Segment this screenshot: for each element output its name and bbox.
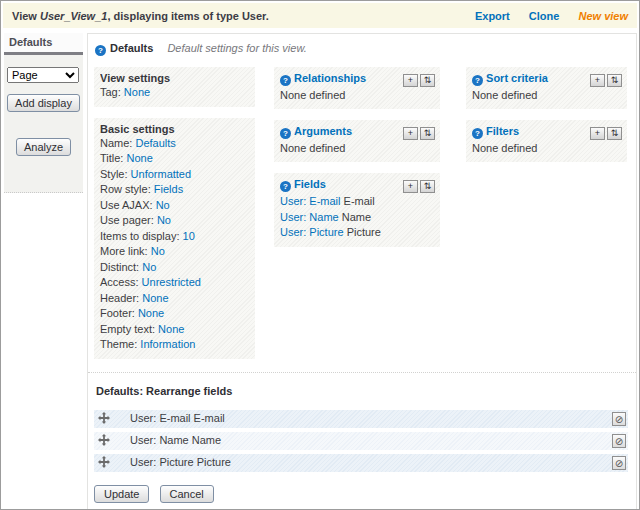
display-heading: Defaults bbox=[110, 42, 153, 54]
add-icon[interactable]: + bbox=[590, 74, 605, 87]
setting-value-link[interactable]: Fields bbox=[154, 183, 183, 195]
view-title: View User_View_1, displaying items of ty… bbox=[12, 10, 269, 22]
rearrange-row: ⊘ User: E-mail E-mail bbox=[94, 410, 628, 428]
filters-empty: None defined bbox=[472, 141, 622, 156]
rearrange-row-label: User: Picture Picture bbox=[130, 456, 231, 468]
tag-label: Tag: bbox=[100, 86, 121, 98]
field-link[interactable]: User: Picture bbox=[280, 226, 344, 238]
basic-settings-box: Basic settings Name: Defaults Title: Non… bbox=[94, 118, 255, 359]
sort-criteria-empty: None defined bbox=[472, 88, 622, 103]
fields-title-link[interactable]: Fields bbox=[294, 178, 326, 190]
sort-criteria-title-link[interactable]: Sort criteria bbox=[486, 72, 548, 84]
update-button[interactable]: Update bbox=[94, 485, 149, 503]
analyze-button[interactable]: Analyze bbox=[16, 138, 71, 156]
setting-row: Footer: None bbox=[100, 306, 250, 322]
setting-value-link[interactable]: None bbox=[127, 152, 153, 164]
view-title-prefix: View bbox=[12, 10, 40, 22]
setting-value-link[interactable]: None bbox=[138, 307, 164, 319]
display-tabs-sidebar: Defaults Page Add display Analyze bbox=[4, 33, 83, 193]
drag-icon[interactable] bbox=[98, 434, 110, 446]
add-display-button[interactable]: Add display bbox=[7, 94, 80, 112]
filters-ops: +⇅ bbox=[588, 126, 622, 140]
relationships-header: +⇅ ? Relationships bbox=[280, 72, 435, 87]
setting-value-link[interactable]: Information bbox=[140, 338, 195, 350]
rearrange-icon[interactable]: ⇅ bbox=[420, 180, 435, 193]
drag-icon[interactable] bbox=[98, 412, 110, 424]
add-icon[interactable]: + bbox=[403, 74, 418, 87]
help-icon[interactable]: ? bbox=[280, 75, 291, 86]
setting-label: Distinct: bbox=[100, 261, 139, 273]
fields-header: +⇅ ? Fields bbox=[280, 178, 435, 193]
section-divider bbox=[88, 372, 636, 373]
rearrange-icon[interactable]: ⇅ bbox=[607, 127, 622, 140]
relationships-ops: +⇅ bbox=[401, 73, 435, 87]
help-icon[interactable]: ? bbox=[280, 128, 291, 139]
add-icon[interactable]: + bbox=[403, 127, 418, 140]
display-controls: Page Add display Analyze bbox=[4, 55, 83, 193]
setting-value-link[interactable]: No bbox=[157, 214, 171, 226]
settings-column-3: +⇅ ? Sort criteria None defined +⇅ ? Fil… bbox=[466, 67, 627, 173]
remove-icon[interactable]: ⊘ bbox=[612, 456, 626, 470]
setting-row: Header: None bbox=[100, 291, 250, 307]
view-settings-box: View settings Tag: None bbox=[94, 67, 255, 107]
help-icon[interactable]: ? bbox=[472, 128, 483, 139]
help-icon[interactable]: ? bbox=[280, 181, 291, 192]
setting-value-link[interactable]: Unrestricted bbox=[142, 276, 201, 288]
setting-row: Use AJAX: No bbox=[100, 198, 250, 214]
rearrange-icon[interactable]: ⇅ bbox=[420, 127, 435, 140]
setting-value-link[interactable]: No bbox=[142, 261, 156, 273]
add-icon[interactable]: + bbox=[403, 180, 418, 193]
tag-setting-row: Tag: None bbox=[100, 85, 250, 101]
setting-value-link[interactable]: Unformatted bbox=[131, 168, 192, 180]
view-settings-header: View settings bbox=[100, 72, 250, 84]
setting-value-link[interactable]: No bbox=[151, 245, 165, 257]
sort-criteria-box: +⇅ ? Sort criteria None defined bbox=[466, 67, 627, 109]
filters-box: +⇅ ? Filters None defined bbox=[466, 120, 627, 162]
setting-value-link[interactable]: Defaults bbox=[135, 137, 175, 149]
filters-title-link[interactable]: Filters bbox=[486, 125, 519, 137]
arguments-title-link[interactable]: Arguments bbox=[294, 125, 352, 137]
tag-value-link[interactable]: None bbox=[124, 86, 150, 98]
rearrange-section: Defaults: Rearrange fields ⊘ User: E-mai… bbox=[94, 385, 628, 503]
setting-label: Name: bbox=[100, 137, 132, 149]
new-view-link[interactable]: New view bbox=[578, 10, 628, 22]
field-label: E-mail bbox=[344, 195, 375, 207]
setting-row: Distinct: No bbox=[100, 260, 250, 276]
clone-link[interactable]: Clone bbox=[529, 10, 560, 22]
setting-label: Empty text: bbox=[100, 323, 155, 335]
add-icon[interactable]: + bbox=[590, 127, 605, 140]
setting-value-link[interactable]: 10 bbox=[183, 230, 195, 242]
remove-icon[interactable]: ⊘ bbox=[612, 412, 626, 426]
rearrange-row-label: User: E-mail E-mail bbox=[130, 412, 225, 424]
arguments-header: +⇅ ? Arguments bbox=[280, 125, 435, 140]
setting-row: Use pager: No bbox=[100, 213, 250, 229]
view-title-bar: View User_View_1, displaying items of ty… bbox=[3, 3, 637, 28]
basic-settings-header: Basic settings bbox=[100, 123, 250, 135]
setting-value-link[interactable]: No bbox=[156, 199, 170, 211]
export-link[interactable]: Export bbox=[475, 10, 510, 22]
setting-label: Style: bbox=[100, 168, 128, 180]
drag-icon[interactable] bbox=[98, 456, 110, 468]
setting-row: Items to display: 10 bbox=[100, 229, 250, 245]
display-type-select[interactable]: Page bbox=[7, 67, 79, 83]
field-link[interactable]: User: E-mail bbox=[280, 195, 341, 207]
field-row: User: E-mail E-mail bbox=[280, 194, 435, 210]
help-icon[interactable]: ? bbox=[95, 45, 106, 56]
rearrange-icon[interactable]: ⇅ bbox=[420, 74, 435, 87]
remove-icon[interactable]: ⊘ bbox=[612, 434, 626, 448]
tab-defaults[interactable]: Defaults bbox=[4, 33, 83, 55]
setting-value-link[interactable]: None bbox=[158, 323, 184, 335]
setting-row: Theme: Information bbox=[100, 337, 250, 353]
setting-row: Row style: Fields bbox=[100, 182, 250, 198]
field-link[interactable]: User: Name bbox=[280, 211, 339, 223]
settings-column-2: +⇅ ? Relationships None defined +⇅ ? Arg… bbox=[274, 67, 440, 258]
relationships-title-link[interactable]: Relationships bbox=[294, 72, 366, 84]
relationships-box: +⇅ ? Relationships None defined bbox=[274, 67, 440, 109]
view-title-suffix: , displaying items of type User. bbox=[107, 10, 268, 22]
rearrange-icon[interactable]: ⇅ bbox=[607, 74, 622, 87]
cancel-button[interactable]: Cancel bbox=[160, 485, 214, 503]
basic-settings-title: Basic settings bbox=[100, 123, 175, 135]
setting-value-link[interactable]: None bbox=[142, 292, 168, 304]
help-icon[interactable]: ? bbox=[472, 75, 483, 86]
fields-ops: +⇅ bbox=[401, 179, 435, 193]
